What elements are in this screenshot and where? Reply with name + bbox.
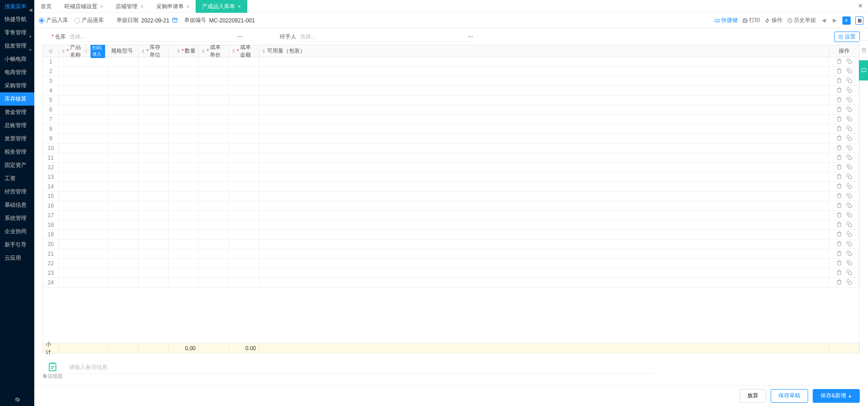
shortcut-link[interactable]: 快捷键	[714, 16, 738, 24]
delete-icon[interactable]	[836, 174, 842, 181]
delete-icon[interactable]	[836, 97, 842, 104]
delete-icon[interactable]	[836, 183, 842, 190]
table-row[interactable]: 23	[43, 268, 859, 278]
ellipsis-icon[interactable]: ⋯	[468, 32, 474, 42]
delete-icon[interactable]	[836, 260, 842, 267]
table-row[interactable]: 5	[43, 96, 859, 105]
table-row[interactable]: 16	[43, 201, 859, 211]
calendar-icon[interactable]	[172, 17, 178, 24]
radio-product-in[interactable]: 产品入库	[39, 16, 68, 24]
copy-icon[interactable]	[847, 87, 852, 94]
table-row[interactable]: 24	[43, 278, 859, 288]
table-row[interactable]: 4	[43, 86, 859, 96]
table-row[interactable]: 19	[43, 230, 859, 240]
sidebar-item[interactable]: 采购管理	[0, 79, 34, 92]
table-row[interactable]: 20	[43, 240, 859, 249]
copy-icon[interactable]	[847, 241, 852, 248]
handler-select[interactable]: 选择... ⋯	[300, 32, 474, 42]
copy-icon[interactable]	[847, 212, 852, 219]
warehouse-select[interactable]: 选择... ⋯	[69, 32, 243, 42]
sidebar-item[interactable]: 零售管理▾	[0, 26, 34, 39]
close-icon[interactable]: ×	[238, 4, 240, 9]
save-and-new-button[interactable]: 保存&新增 ▲	[813, 389, 860, 403]
th-product-name[interactable]: ▲▼ *产品名称 ⓘ 扫码录入	[59, 45, 108, 57]
copy-icon[interactable]	[847, 126, 852, 133]
copy-icon[interactable]	[847, 174, 852, 181]
next-icon[interactable]: ▶	[831, 17, 838, 23]
copy-icon[interactable]	[847, 193, 852, 200]
view-list-icon[interactable]: ≡	[842, 16, 851, 25]
delete-icon[interactable]	[836, 231, 842, 238]
table-row[interactable]: 9	[43, 134, 859, 144]
sidebar-item[interactable]: 固定资产	[0, 159, 34, 172]
tab[interactable]: 首页	[34, 0, 58, 13]
search-menu[interactable]: 搜索菜单 ◀	[0, 0, 34, 13]
sidebar-item[interactable]: 资金管理	[0, 106, 34, 119]
sidebar-item[interactable]: 总账管理	[0, 119, 34, 132]
copy-icon[interactable]	[847, 155, 852, 161]
delete-icon[interactable]	[836, 116, 842, 123]
view-grid-icon[interactable]: ▦	[855, 16, 863, 25]
table-row[interactable]: 21	[43, 249, 859, 259]
delete-icon[interactable]	[836, 203, 842, 209]
table-row[interactable]: 15	[43, 192, 859, 201]
copy-icon[interactable]	[847, 68, 852, 75]
sidebar-item[interactable]: 云应用	[0, 251, 34, 265]
delete-icon[interactable]	[836, 193, 842, 200]
tab[interactable]: 采购申请单×	[150, 0, 196, 13]
sidebar-item[interactable]: 新手引导	[0, 238, 34, 251]
sidebar-item[interactable]: 税务管理	[0, 145, 34, 159]
sidebar-item[interactable]: 经营管理	[0, 185, 34, 198]
radio-product-out[interactable]: 产品退库	[75, 16, 104, 24]
prev-icon[interactable]: ◀	[820, 17, 827, 23]
sidebar-item[interactable]: 快捷导航	[0, 13, 34, 26]
tab[interactable]: 店铺管理×	[109, 0, 149, 13]
copy-icon[interactable]	[847, 107, 852, 113]
table-row[interactable]: 17	[43, 211, 859, 220]
copy-icon[interactable]	[847, 59, 852, 65]
sidebar-item[interactable]: 工资	[0, 172, 34, 185]
copy-icon[interactable]	[847, 183, 852, 190]
table-row[interactable]: 2	[43, 67, 859, 76]
remark-input[interactable]: 请输入备注信息	[69, 362, 654, 374]
sidebar-item[interactable]: 小畅电商	[0, 53, 34, 66]
th-amount[interactable]: ▲▼ *成本金额	[229, 45, 259, 57]
copy-icon[interactable]	[847, 203, 852, 209]
date-value[interactable]: 2022-09-21	[141, 17, 169, 24]
delete-icon[interactable]	[836, 78, 842, 85]
delete-icon[interactable]	[836, 222, 842, 229]
ellipsis-icon[interactable]: ⋯	[237, 32, 243, 42]
delete-icon[interactable]	[836, 126, 842, 133]
copy-icon[interactable]	[847, 116, 852, 123]
settings-icon[interactable]	[0, 393, 34, 406]
sidebar-item[interactable]: 基础信息	[0, 198, 34, 212]
table-row[interactable]: 7	[43, 115, 859, 124]
th-qty[interactable]: ▲▼ *数量	[169, 45, 199, 57]
table-row[interactable]: 6	[43, 105, 859, 115]
table-row[interactable]: 14	[43, 182, 859, 192]
table-row[interactable]: 18	[43, 220, 859, 230]
tab[interactable]: 旺铺店铺设置×	[58, 0, 109, 13]
delete-icon[interactable]	[836, 145, 842, 152]
print-link[interactable]: 打印	[742, 16, 760, 24]
setup-button[interactable]: 设置	[834, 32, 860, 42]
help-icon[interactable]: ⓘ	[84, 48, 89, 54]
close-icon[interactable]: ×	[186, 4, 189, 9]
sidebar-item[interactable]: 批发管理▾	[0, 39, 34, 53]
copy-icon[interactable]	[847, 260, 852, 267]
delete-icon[interactable]	[836, 107, 842, 113]
table-row[interactable]: 8	[43, 124, 859, 134]
window-close-icon[interactable]: ×	[856, 2, 865, 10]
sidebar-item[interactable]: 电商管理	[0, 66, 34, 79]
sidebar-item[interactable]: 发票管理	[0, 132, 34, 145]
scan-entry-tag[interactable]: 扫码录入	[91, 45, 105, 58]
action-link[interactable]: 操作	[765, 16, 783, 24]
delete-icon[interactable]	[836, 155, 842, 161]
sidebar-item[interactable]: 库存核算	[0, 92, 34, 106]
table-row[interactable]: 12	[43, 163, 859, 172]
delete-icon[interactable]	[836, 68, 842, 75]
copy-icon[interactable]	[847, 97, 852, 104]
th-gear[interactable]	[43, 45, 59, 57]
history-link[interactable]: 历史单据	[787, 16, 816, 24]
delete-icon[interactable]	[836, 279, 842, 286]
